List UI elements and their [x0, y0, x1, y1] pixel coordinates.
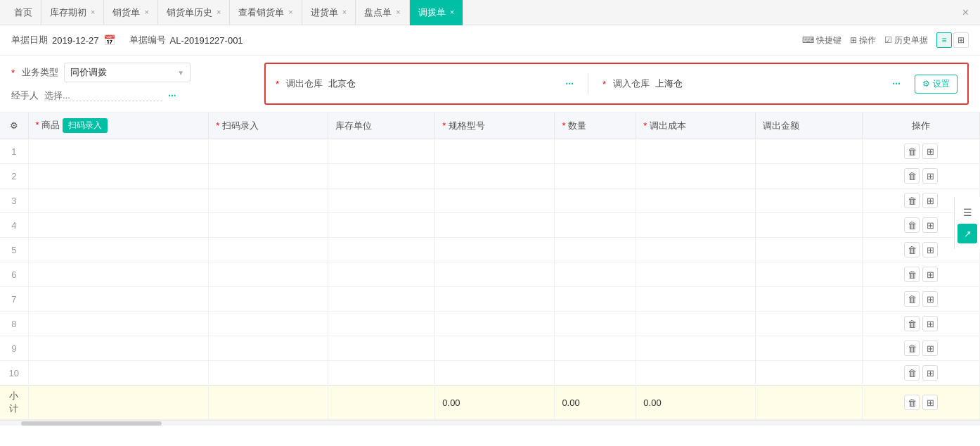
- row-unit[interactable]: [209, 238, 328, 262]
- row-transfer-cost[interactable]: [555, 361, 636, 386]
- row-spec[interactable]: [328, 312, 435, 336]
- row-spec[interactable]: [328, 287, 435, 312]
- history-action[interactable]: ☑ 历史单据: [884, 34, 928, 46]
- tab-sales-order-close[interactable]: ×: [144, 8, 148, 16]
- view-list-btn[interactable]: ≡: [936, 32, 952, 48]
- business-type-select[interactable]: 同价调拨 ▼: [64, 63, 191, 82]
- row-transfer-amount[interactable]: [636, 312, 756, 336]
- row-copy-btn[interactable]: ⊞: [922, 242, 938, 257]
- tab-view-sales[interactable]: 查看销货单 ×: [230, 0, 302, 25]
- tab-transfer-order[interactable]: 调拨单 ×: [410, 0, 463, 25]
- row-copy-btn[interactable]: ⊞: [922, 365, 938, 381]
- row-quantity[interactable]: [435, 262, 555, 287]
- tab-sales-history[interactable]: 销货单历史 ×: [158, 0, 230, 25]
- tab-inventory-init-close[interactable]: ×: [91, 8, 95, 16]
- row-transfer-amount[interactable]: [636, 262, 756, 287]
- view-grid-btn[interactable]: ⊞: [953, 32, 969, 48]
- row-delete-btn[interactable]: 🗑: [904, 316, 920, 331]
- subtotal-copy-btn[interactable]: ⊞: [922, 395, 938, 410]
- row-unit[interactable]: [209, 213, 328, 238]
- row-spec[interactable]: [328, 189, 435, 213]
- row-product[interactable]: [28, 262, 209, 287]
- row-transfer-amount[interactable]: [636, 336, 756, 361]
- row-transfer-amount[interactable]: [636, 213, 756, 238]
- row-product[interactable]: [28, 361, 209, 386]
- row-quantity[interactable]: [435, 213, 555, 238]
- row-spec[interactable]: [328, 164, 435, 189]
- row-spec[interactable]: [328, 336, 435, 361]
- row-copy-btn[interactable]: ⊞: [922, 193, 938, 208]
- tab-transfer-order-close[interactable]: ×: [450, 8, 454, 16]
- row-product[interactable]: [28, 189, 209, 213]
- tab-purchase-order[interactable]: 进货单 ×: [302, 0, 356, 25]
- row-quantity[interactable]: [435, 189, 555, 213]
- row-delete-btn[interactable]: 🗑: [904, 217, 920, 233]
- row-delete-btn[interactable]: 🗑: [904, 267, 920, 282]
- row-spec[interactable]: [328, 361, 435, 386]
- row-transfer-amount[interactable]: [636, 139, 756, 164]
- scan-entry-button[interactable]: 扫码录入: [63, 118, 108, 133]
- th-gear[interactable]: ⚙: [0, 113, 28, 139]
- row-unit[interactable]: [209, 262, 328, 287]
- tab-inventory-check-close[interactable]: ×: [396, 8, 400, 16]
- row-transfer-cost[interactable]: [555, 312, 636, 336]
- row-transfer-amount[interactable]: [636, 287, 756, 312]
- transfer-in-more-icon[interactable]: ···: [892, 78, 901, 89]
- row-copy-btn[interactable]: ⊞: [922, 217, 938, 233]
- row-transfer-amount[interactable]: [636, 361, 756, 386]
- handler-more-icon[interactable]: ···: [168, 90, 176, 101]
- row-delete-btn[interactable]: 🗑: [904, 340, 920, 356]
- handler-input[interactable]: [44, 90, 162, 101]
- row-transfer-cost[interactable]: [555, 287, 636, 312]
- horizontal-scrollbar[interactable]: [0, 420, 980, 426]
- tab-sales-history-close[interactable]: ×: [217, 8, 221, 16]
- calendar-icon[interactable]: 📅: [103, 34, 115, 46]
- row-product[interactable]: [28, 139, 209, 164]
- row-quantity[interactable]: [435, 312, 555, 336]
- tab-inventory-check[interactable]: 盘点单 ×: [356, 0, 409, 25]
- row-unit[interactable]: [209, 189, 328, 213]
- row-product[interactable]: [28, 312, 209, 336]
- row-quantity[interactable]: [435, 361, 555, 386]
- row-delete-btn[interactable]: 🗑: [904, 144, 920, 159]
- row-product[interactable]: [28, 238, 209, 262]
- row-product[interactable]: [28, 287, 209, 312]
- row-copy-btn[interactable]: ⊞: [922, 168, 938, 184]
- subtotal-delete-btn[interactable]: 🗑: [904, 395, 920, 410]
- row-unit[interactable]: [209, 287, 328, 312]
- operations-action[interactable]: ⊞ 操作: [850, 34, 876, 46]
- row-product[interactable]: [28, 213, 209, 238]
- tab-home[interactable]: 首页: [6, 0, 41, 25]
- row-transfer-amount[interactable]: [636, 164, 756, 189]
- row-quantity[interactable]: [435, 139, 555, 164]
- row-transfer-cost[interactable]: [555, 238, 636, 262]
- row-copy-btn[interactable]: ⊞: [922, 291, 938, 307]
- row-transfer-cost[interactable]: [555, 336, 636, 361]
- tab-purchase-order-close[interactable]: ×: [342, 8, 347, 16]
- row-spec[interactable]: [328, 213, 435, 238]
- tab-view-sales-close[interactable]: ×: [288, 8, 292, 16]
- tab-sales-order[interactable]: 销货单 ×: [104, 0, 157, 25]
- row-transfer-cost[interactable]: [555, 164, 636, 189]
- row-delete-btn[interactable]: 🗑: [904, 168, 920, 184]
- row-unit[interactable]: [209, 164, 328, 189]
- row-quantity[interactable]: [435, 238, 555, 262]
- row-spec[interactable]: [328, 139, 435, 164]
- row-copy-btn[interactable]: ⊞: [922, 340, 938, 356]
- side-list-button[interactable]: ☰: [958, 203, 977, 222]
- row-product[interactable]: [28, 336, 209, 361]
- row-transfer-cost[interactable]: [555, 139, 636, 164]
- transfer-out-more-icon[interactable]: ···: [565, 78, 574, 89]
- row-delete-btn[interactable]: 🗑: [904, 365, 920, 381]
- row-unit[interactable]: [209, 312, 328, 336]
- window-close-button[interactable]: ×: [957, 6, 974, 19]
- row-delete-btn[interactable]: 🗑: [904, 193, 920, 208]
- row-delete-btn[interactable]: 🗑: [904, 242, 920, 257]
- row-copy-btn[interactable]: ⊞: [922, 316, 938, 331]
- row-transfer-cost[interactable]: [555, 213, 636, 238]
- row-unit[interactable]: [209, 139, 328, 164]
- row-delete-btn[interactable]: 🗑: [904, 291, 920, 307]
- row-copy-btn[interactable]: ⊞: [922, 144, 938, 159]
- row-transfer-amount[interactable]: [636, 189, 756, 213]
- row-quantity[interactable]: [435, 336, 555, 361]
